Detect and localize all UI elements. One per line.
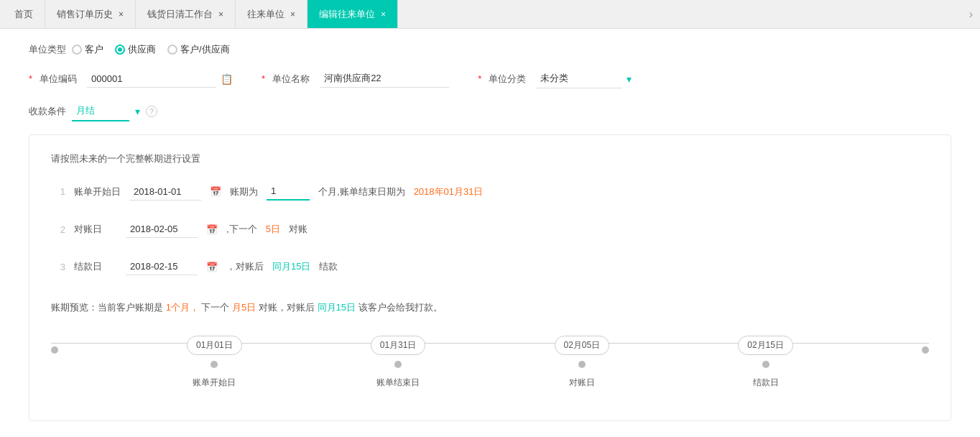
tab-cash-work-label: 钱货日清工作台 <box>147 8 213 21</box>
unit-category-required: * <box>478 73 481 84</box>
timeline-node-3-label: 02月05日 <box>555 336 610 355</box>
row-num-1: 1 <box>51 186 65 197</box>
row-label-2: 对账日 <box>74 223 117 236</box>
row-num-3: 3 <box>51 262 65 272</box>
timeline-start-dot <box>51 346 58 354</box>
unit-code-input[interactable] <box>87 70 216 88</box>
settle-date-input[interactable] <box>126 258 198 275</box>
radio-both-circle <box>167 45 177 55</box>
unit-name-input[interactable] <box>320 70 449 88</box>
tab-partner-close[interactable]: × <box>290 9 295 19</box>
unit-category-group: * 单位分类 未分类 ▾ <box>478 69 632 88</box>
tab-sales-history-close[interactable]: × <box>119 9 124 19</box>
timeline-node-3: 02月05日 对账日 <box>555 336 610 389</box>
preview-settle: 同月15日 <box>318 302 356 313</box>
tab-sales-history[interactable]: 销售订单历史 × <box>45 0 136 28</box>
tab-cash-work-close[interactable]: × <box>218 9 223 19</box>
radio-both[interactable]: 客户/供应商 <box>167 43 230 56</box>
unit-code-required: * <box>29 73 32 84</box>
payment-help-icon[interactable]: ? <box>146 106 157 117</box>
timeline-node-4-dot <box>762 361 769 368</box>
unit-code-group: * 单位编码 📋 <box>29 70 233 88</box>
tab-partner-label: 往来单位 <box>247 8 285 21</box>
period-end-highlight: 2018年01月31日 <box>414 185 484 198</box>
reconcile-desc-highlight: 5日 <box>266 223 280 236</box>
radio-both-label: 客户/供应商 <box>180 43 230 56</box>
timeline-node-2-sublabel: 账单结束日 <box>376 377 420 389</box>
unit-name-label: 单位名称 <box>272 73 310 86</box>
reconcile-desc-suffix: 对账 <box>289 223 308 236</box>
tab-home[interactable]: 首页 <box>0 0 45 28</box>
unit-type-label: 单位类型 <box>29 43 66 56</box>
period-prefix: 账期为 <box>230 185 258 198</box>
preview-after: 对账，对账后 <box>259 302 315 313</box>
tab-partner[interactable]: 往来单位 × <box>236 0 308 28</box>
row-num-2: 2 <box>51 224 65 235</box>
unit-category-select: 未分类 ▾ <box>536 69 632 88</box>
timeline-node-2-dot <box>394 361 402 368</box>
reconcile-date-calendar-icon[interactable]: 📅 <box>206 224 218 235</box>
preview-text: 账期预览：当前客户账期是 1个月， 下一个 月5日 对账，对账后 同月15日 该… <box>51 295 929 314</box>
payment-dropdown[interactable]: ▾ <box>135 106 140 117</box>
radio-supplier[interactable]: 供应商 <box>115 43 156 56</box>
setting-row-1: 1 账单开始日 📅 账期为 个月,账单结束日期为 2018年01月31日 <box>51 183 929 201</box>
setting-row-2: 2 对账日 📅 ,下一个 5日 对账 <box>51 221 929 238</box>
unit-code-label: 单位编码 <box>40 73 77 86</box>
radio-customer-circle <box>72 45 82 55</box>
unit-info-row: * 单位编码 📋 * 单位名称 * 单位分类 未分类 ▾ <box>29 69 951 88</box>
unit-name-group: * 单位名称 <box>262 70 449 88</box>
radio-customer-label: 客户 <box>85 43 103 56</box>
page-content: 单位类型 客户 供应商 客户/供应商 * 单位编码 📋 * 单位名称 <box>0 29 980 437</box>
timeline-node-4-sublabel: 结款日 <box>753 377 779 389</box>
start-date-calendar-icon[interactable]: 📅 <box>210 186 221 197</box>
unit-code-icon[interactable]: 📋 <box>221 73 233 85</box>
preview-day: 月5日 <box>232 302 256 313</box>
timeline-node-1-label: 01月01日 <box>187 336 242 355</box>
settle-desc-highlight: 同月15日 <box>272 260 310 273</box>
tab-home-label: 首页 <box>14 8 33 21</box>
timeline-node-2: 01月31日 账单结束日 <box>371 336 426 389</box>
settle-desc-suffix: 结款 <box>319 260 338 273</box>
timeline-node-3-sublabel: 对账日 <box>569 377 595 389</box>
payment-label: 收款条件 <box>29 105 66 118</box>
preview-prefix: 账期预览：当前客户账期是 <box>51 302 163 313</box>
timeline-node-2-label: 01月31日 <box>371 336 426 355</box>
unit-category-label: 单位分类 <box>489 73 526 86</box>
payment-row: 收款条件 月结 ▾ ? <box>29 101 951 121</box>
start-date-input[interactable] <box>129 183 201 201</box>
timeline-node-4: 02月15日 结款日 <box>738 336 793 389</box>
unit-type-row: 单位类型 客户 供应商 客户/供应商 <box>29 43 951 56</box>
settle-desc-prefix: ，对账后 <box>226 260 264 273</box>
tab-edit-partner[interactable]: 编辑往来单位 × <box>308 0 398 28</box>
tab-cash-work[interactable]: 钱货日清工作台 × <box>136 0 236 28</box>
panel-title: 请按照未来的一个完整帐期进行设置 <box>51 152 929 165</box>
period-suffix: 个月,账单结束日期为 <box>318 185 405 198</box>
unit-category-value: 未分类 <box>536 69 622 88</box>
settle-date-calendar-icon[interactable]: 📅 <box>206 262 218 272</box>
unit-category-dropdown[interactable]: ▾ <box>627 73 632 85</box>
tab-expand-button[interactable]: › <box>962 8 980 21</box>
radio-customer[interactable]: 客户 <box>72 43 103 56</box>
timeline-container: 01月01日 账单开始日 01月31日 账单结束日 02月05日 对账日 <box>51 328 929 403</box>
timeline-node-4-label: 02月15日 <box>738 336 793 355</box>
unit-name-required: * <box>262 73 265 84</box>
tabs-bar: 首页 销售订单历史 × 钱货日清工作台 × 往来单位 × 编辑往来单位 × › <box>0 0 980 29</box>
reconcile-date-input[interactable] <box>126 221 198 238</box>
tab-sales-history-label: 销售订单历史 <box>57 8 113 21</box>
timeline-node-1-dot <box>211 361 218 368</box>
payment-value[interactable]: 月结 <box>72 101 129 121</box>
reconcile-desc-prefix: ,下一个 <box>226 223 257 236</box>
period-value-input[interactable] <box>267 183 310 201</box>
tab-edit-partner-label: 编辑往来单位 <box>319 8 375 21</box>
preview-month: 1个月， <box>166 302 199 313</box>
timeline-node-1: 01月01日 账单开始日 <box>187 336 242 389</box>
row-label-1: 账单开始日 <box>74 185 121 198</box>
tab-edit-partner-close[interactable]: × <box>381 9 386 19</box>
preview-mid: 下一个 <box>201 302 229 313</box>
timeline-node-3-dot <box>578 361 586 368</box>
preview-end: 该客户会给我打款。 <box>359 302 443 313</box>
timeline-end-dot <box>922 346 929 354</box>
timeline-items: 01月01日 账单开始日 01月31日 账单结束日 02月05日 对账日 <box>51 336 929 389</box>
radio-supplier-label: 供应商 <box>128 43 156 56</box>
setting-row-3: 3 结款日 📅 ，对账后 同月15日 结款 <box>51 258 929 275</box>
